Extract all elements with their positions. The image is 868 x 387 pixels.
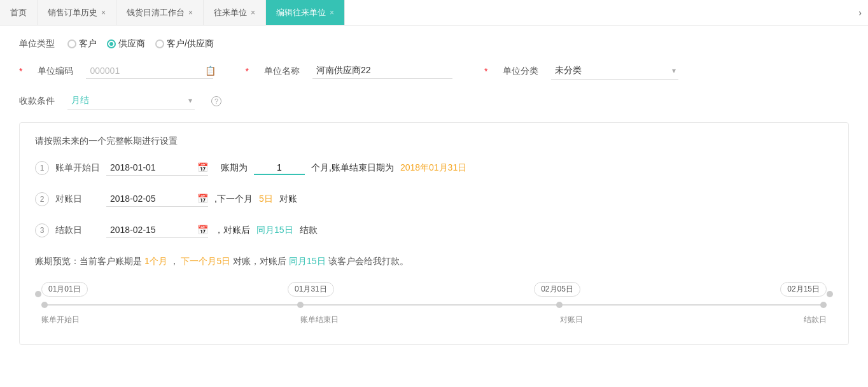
step-label-3: 结款日 [55, 225, 100, 236]
tab-partner[interactable]: 往来单位 × [204, 0, 266, 25]
tab-home-label: 首页 [10, 7, 27, 18]
preview-sep1: ， [170, 256, 179, 266]
step1-cal-icon[interactable]: 📅 [197, 162, 208, 172]
payment-terms-arrow: ▾ [188, 96, 195, 105]
step-row-1: 1 账单开始日 📅 账期为 个月,账单结束日期为 2018年01月31日 [35, 160, 833, 176]
unit-cat-value: 未分类 [551, 62, 672, 79]
step2-highlight: 5日 [259, 194, 273, 205]
unit-cat-select[interactable]: 未分类 ▾ [551, 62, 678, 80]
tl-sublabel-3: 结款日 [804, 314, 827, 325]
unit-name-label: 单位名称 [264, 66, 300, 77]
step1-period-label: 账期为 [221, 162, 248, 174]
radio-supplier-label: 供应商 [118, 38, 145, 50]
step1-end-date: 2018年01月31日 [400, 162, 466, 174]
unit-code-field[interactable]: 📋 [86, 63, 213, 79]
step-num-2: 2 [35, 192, 49, 206]
payment-terms-label: 收款条件 [19, 95, 55, 107]
tab-cash-work-close[interactable]: × [188, 8, 193, 17]
tab-partner-close[interactable]: × [251, 8, 255, 17]
step1-date-field[interactable]: 📅 [106, 160, 208, 176]
step3-suffix: 结款 [300, 225, 318, 236]
tab-more-button[interactable]: › [852, 0, 868, 25]
step-num-1: 1 [35, 161, 49, 175]
tab-sales-history-close[interactable]: × [101, 8, 106, 17]
step2-suffix: 对账 [279, 194, 297, 205]
radio-customer-label: 客户 [79, 38, 97, 50]
payment-terms-select[interactable]: 月结 ▾ [67, 92, 195, 109]
panel-instruction: 请按照未来的一个完整帐期进行设置 [35, 136, 833, 147]
main-content: 单位类型 客户 供应商 客户/供应商 * 单位编码 📋 * 单位名称 * [0, 25, 868, 387]
timeline: 01月01日 01月31日 02月05日 02月15日 [35, 282, 833, 325]
unit-cat-arrow: ▾ [672, 66, 678, 75]
radio-both-circle [155, 39, 164, 48]
tab-edit-partner-label: 编辑往来单位 [276, 7, 326, 18]
step-label-1: 账单开始日 [55, 162, 100, 174]
step3-highlight: 同月15日 [256, 225, 293, 236]
settings-panel: 请按照未来的一个完整帐期进行设置 1 账单开始日 📅 账期为 个月,账单结束日期… [19, 122, 849, 345]
payment-terms-row: 收款条件 月结 ▾ ? [19, 92, 849, 109]
tl-badge-1: 01月31日 [288, 282, 334, 297]
unit-type-row: 单位类型 客户 供应商 客户/供应商 [19, 38, 849, 50]
preview-part3: 同月15日 [289, 256, 326, 266]
tab-sales-history-label: 销售订单历史 [48, 7, 97, 18]
tl-sublabel-2: 对账日 [560, 314, 583, 325]
unit-info-row: * 单位编码 📋 * 单位名称 * 单位分类 未分类 ▾ [19, 62, 849, 80]
unit-code-label: 单位编码 [38, 66, 73, 77]
preview-sep2: 对账，对账后 [233, 256, 289, 266]
radio-both-label: 客户/供应商 [167, 38, 214, 50]
tl-point-2: 02月05日 [534, 282, 580, 300]
unit-cat-star: * [484, 66, 487, 76]
radio-customer-circle [67, 39, 76, 48]
timeline-badges: 01月01日 01月31日 02月05日 02月15日 [41, 282, 827, 304]
tab-edit-partner-close[interactable]: × [330, 8, 334, 17]
timeline-inner: 01月01日 01月31日 02月05日 02月15日 [41, 282, 827, 325]
preview-label: 账期预览：当前客户账期是 [35, 256, 142, 266]
step1-suffix: 个月,账单结束日期为 [311, 162, 394, 174]
unit-name-star: * [245, 66, 248, 76]
step2-prefix: ,下一个月 [214, 194, 253, 205]
unit-code-input[interactable] [86, 63, 205, 78]
radio-supplier[interactable]: 供应商 [107, 38, 145, 50]
unit-type-label: 单位类型 [19, 38, 55, 50]
payment-terms-value: 月结 [67, 92, 188, 109]
preview-text: 账期预览：当前客户账期是 1个月 ， 下一个月5日 对账，对账后 同月15日 该… [35, 253, 833, 269]
unit-code-icon[interactable]: 📋 [205, 66, 216, 76]
step3-prefix: ，对账后 [214, 225, 250, 236]
tab-bar: 首页 销售订单历史 × 钱货日清工作台 × 往来单位 × 编辑往来单位 × › [0, 0, 868, 25]
step3-date-field[interactable]: 📅 [106, 222, 208, 238]
step3-date-input[interactable] [106, 222, 197, 237]
step2-cal-icon[interactable]: 📅 [197, 194, 208, 204]
tab-home[interactable]: 首页 [0, 0, 38, 25]
preview-part1: 1个月 [144, 256, 167, 266]
radio-both[interactable]: 客户/供应商 [155, 38, 214, 50]
tl-badge-2: 02月05日 [534, 282, 580, 297]
step1-period-input[interactable] [254, 161, 305, 175]
radio-supplier-circle [107, 39, 116, 48]
help-icon[interactable]: ? [211, 96, 221, 106]
unit-name-input[interactable] [312, 63, 452, 79]
tab-edit-partner[interactable]: 编辑往来单位 × [266, 0, 345, 25]
tl-badge-3: 02月15日 [780, 282, 827, 297]
tab-partner-label: 往来单位 [214, 7, 247, 18]
tab-sales-history[interactable]: 销售订单历史 × [38, 0, 116, 25]
step3-cal-icon[interactable]: 📅 [197, 225, 208, 235]
tab-cash-work[interactable]: 钱货日清工作台 × [116, 0, 204, 25]
radio-customer[interactable]: 客户 [67, 38, 97, 50]
step1-date-input[interactable] [106, 160, 197, 175]
timeline-right-dot [827, 291, 833, 297]
tl-sublabel-0: 账单开始日 [41, 314, 80, 325]
preview-end: 该客户会给我打款。 [328, 256, 409, 266]
step-row-2: 2 对账日 📅 ,下一个月 5日 对账 [35, 191, 833, 207]
tl-point-1: 01月31日 [288, 282, 334, 300]
unit-code-star: * [19, 66, 22, 76]
timeline-labels: 账单开始日 账单结束日 对账日 结款日 [41, 306, 827, 325]
preview-part2: 下一个月5日 [181, 256, 230, 266]
unit-type-radio-group: 客户 供应商 客户/供应商 [67, 38, 214, 50]
tl-point-0: 01月01日 [41, 282, 88, 300]
timeline-line [41, 304, 827, 306]
step2-date-input[interactable] [106, 191, 197, 206]
step-num-3: 3 [35, 223, 49, 237]
step2-date-field[interactable]: 📅 [106, 191, 208, 207]
tl-point-3: 02月15日 [780, 282, 827, 300]
unit-cat-label: 单位分类 [503, 66, 538, 77]
